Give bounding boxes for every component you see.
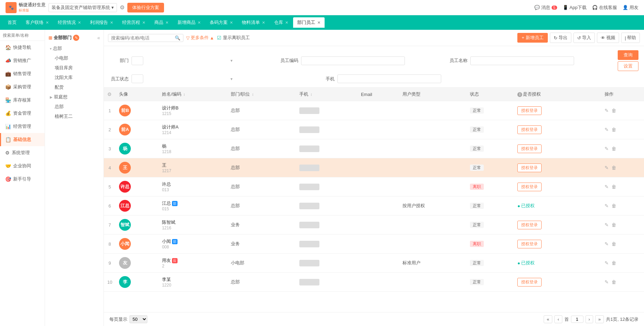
- delete-button[interactable]: 🗑: [611, 165, 616, 170]
- edit-button[interactable]: ✎: [605, 222, 609, 228]
- trial-button[interactable]: 体验行业方案: [127, 3, 164, 12]
- online-service-button[interactable]: 🎧 在线客服: [592, 5, 617, 11]
- col-settings[interactable]: ⚙: [104, 88, 116, 101]
- tab-warehouse[interactable]: 仓库✕: [270, 17, 292, 28]
- search-input[interactable]: [111, 35, 173, 41]
- next-page-button[interactable]: ›: [586, 315, 593, 323]
- collapse-icon[interactable]: «: [97, 35, 100, 41]
- auth-login-button[interactable]: 授权登录: [517, 183, 542, 191]
- close-icon[interactable]: ✕: [230, 20, 233, 25]
- dept-group-title-double[interactable]: ▶ 双庭想: [45, 92, 103, 102]
- dept-item-xiaodiandept[interactable]: 小电部: [45, 53, 103, 63]
- sidebar-item-quicknav[interactable]: 🏠 快捷导航: [0, 41, 45, 54]
- delete-button[interactable]: 🗑: [611, 241, 616, 247]
- edit-button[interactable]: ✎: [605, 146, 609, 151]
- tab-history[interactable]: 经营历程✕: [118, 17, 149, 28]
- edit-button[interactable]: ✎: [605, 108, 609, 113]
- tab-goods[interactable]: 商品✕: [150, 17, 173, 28]
- show-resigned-toggle[interactable]: ☑ 显示离职员工: [217, 35, 250, 41]
- delete-button[interactable]: 🗑: [611, 108, 616, 113]
- dept-item-distribution[interactable]: 配货: [45, 82, 103, 92]
- app-download-button[interactable]: 📱 App下载: [563, 5, 587, 11]
- delete-button[interactable]: 🗑: [611, 279, 616, 285]
- col-dept-pos[interactable]: 部门/职位 ↕: [227, 88, 296, 101]
- auth-login-button[interactable]: 授权登录: [517, 144, 542, 153]
- auth-login-button[interactable]: 授权登录: [517, 240, 542, 248]
- delete-button[interactable]: 🗑: [611, 184, 616, 190]
- tab-bom[interactable]: 物料清单✕: [238, 17, 269, 28]
- sidebar-item-marketing[interactable]: 📣 营销推广: [0, 54, 45, 67]
- sidebar-item-business[interactable]: 📊 经营管理: [0, 120, 45, 133]
- sidebar-item-purchase[interactable]: 📦 采购管理: [0, 80, 45, 94]
- help-button[interactable]: | 帮助: [621, 33, 640, 43]
- delete-button[interactable]: 🗑: [611, 146, 616, 151]
- dept-item-hq[interactable]: 总部: [45, 102, 103, 112]
- sidebar-item-system[interactable]: ⚙ 系统管理: [0, 146, 45, 159]
- sidebar-item-collab[interactable]: 🤝 企业协同: [0, 159, 45, 173]
- col-phone[interactable]: 手机 ↕: [296, 88, 357, 101]
- empcode-input[interactable]: [301, 56, 405, 65]
- empstatus-select[interactable]: [131, 74, 143, 83]
- close-icon[interactable]: ✕: [285, 20, 288, 25]
- view-button[interactable]: 👁 视频: [597, 33, 619, 43]
- page-size-select[interactable]: 50 100: [129, 315, 147, 323]
- close-icon[interactable]: ✕: [165, 20, 169, 25]
- tab-operation[interactable]: 经营情况✕: [54, 17, 85, 28]
- tab-barcode[interactable]: 条码方案✕: [206, 17, 237, 28]
- tab-dept-employee[interactable]: 部门员工✕: [293, 17, 325, 28]
- search-button[interactable]: 查询: [618, 50, 638, 60]
- delete-button[interactable]: 🗑: [611, 127, 616, 132]
- settings-button[interactable]: ⚙: [120, 4, 125, 11]
- dept-item-projectroom[interactable]: 项目库房: [45, 63, 103, 73]
- search-menu-input[interactable]: [3, 33, 45, 38]
- close-icon[interactable]: ✕: [198, 20, 201, 25]
- tab-add-goods[interactable]: 新增商品✕: [173, 17, 205, 28]
- prev-page-button[interactable]: ‹: [554, 315, 562, 323]
- system-title[interactable]: 装备及固定资产辅助管理系统 ▾: [48, 3, 117, 12]
- tab-customer[interactable]: 客户联络✕: [21, 17, 53, 28]
- auth-login-button[interactable]: 授权登录: [517, 106, 542, 115]
- add-employee-button[interactable]: + 新增员工: [517, 33, 547, 43]
- tab-home[interactable]: 首页: [3, 17, 21, 28]
- col-name-code[interactable]: 姓名/编码 ↕: [158, 88, 227, 101]
- edit-button[interactable]: ✎: [605, 127, 609, 132]
- sidebar-item-finance[interactable]: 💰 资金管理: [0, 107, 45, 120]
- more-filter-button[interactable]: ▽ 更多条件 ▲: [186, 35, 214, 41]
- close-icon[interactable]: ✕: [78, 20, 81, 25]
- last-page-button[interactable]: »: [595, 315, 604, 323]
- first-page-button[interactable]: «: [544, 315, 552, 323]
- export-button[interactable]: ↻ 导出: [550, 33, 571, 43]
- sidebar-item-inventory[interactable]: 🏪 库存核算: [0, 94, 45, 107]
- sidebar-item-guide[interactable]: 🎯 新手引导: [0, 173, 45, 186]
- close-icon[interactable]: ✕: [142, 20, 145, 25]
- edit-button[interactable]: ✎: [605, 184, 609, 190]
- close-icon[interactable]: ✕: [262, 20, 265, 25]
- dept-edit-button[interactable]: ✎: [73, 35, 79, 41]
- edit-button[interactable]: ✎: [605, 165, 609, 170]
- dept-item-shenyang[interactable]: 沈阳大库: [45, 73, 103, 82]
- close-icon[interactable]: ✕: [46, 20, 49, 25]
- sidebar-item-sales[interactable]: 💼 销售管理: [0, 67, 45, 80]
- edit-button[interactable]: ✎: [605, 279, 609, 285]
- phone-input[interactable]: [337, 74, 441, 83]
- auth-login-button[interactable]: 授权登录: [517, 125, 542, 134]
- edit-button[interactable]: ✎: [605, 241, 609, 247]
- empname-input[interactable]: [470, 56, 574, 65]
- auth-login-button[interactable]: 授权登录: [517, 164, 542, 172]
- auth-login-button[interactable]: 授权登录: [517, 278, 542, 287]
- import-button[interactable]: ↺ 导入: [573, 33, 595, 43]
- page-number-input[interactable]: [571, 316, 583, 323]
- edit-button[interactable]: ✎: [605, 260, 609, 266]
- delete-button[interactable]: 🗑: [611, 260, 616, 266]
- sidebar-item-basic[interactable]: 📋 基础信息: [0, 133, 45, 146]
- edit-button[interactable]: ✎: [605, 203, 609, 209]
- close-icon[interactable]: ✕: [110, 20, 113, 25]
- auth-login-button[interactable]: 授权登录: [517, 221, 542, 229]
- dept-item-planting[interactable]: 植树王二: [45, 112, 103, 121]
- delete-button[interactable]: 🗑: [611, 203, 616, 209]
- delete-button[interactable]: 🗑: [611, 222, 616, 228]
- close-icon[interactable]: ✕: [317, 20, 320, 25]
- tab-profit[interactable]: 利润报告✕: [86, 17, 117, 28]
- dept-select[interactable]: [131, 56, 143, 65]
- user-avatar[interactable]: 👤 用友: [623, 5, 638, 11]
